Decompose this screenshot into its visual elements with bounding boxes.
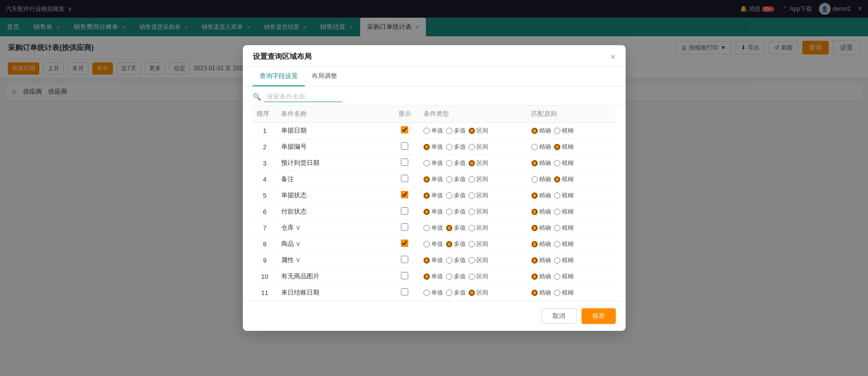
type-radio-多值[interactable] (446, 257, 452, 264)
type-radio-单值[interactable] (423, 225, 430, 231)
match-radio-精确[interactable] (531, 257, 538, 264)
type-radio-多值[interactable] (446, 225, 452, 231)
display-checkbox[interactable] (401, 240, 408, 247)
cell-display (390, 123, 420, 139)
type-radio-多值[interactable] (446, 160, 452, 166)
cell-order: 2 (253, 139, 277, 155)
type-radio-区间[interactable] (469, 273, 475, 275)
match-radio-精确[interactable] (531, 209, 538, 215)
dialog-tab-query[interactable]: 查询字段设置 (253, 67, 305, 86)
display-checkbox[interactable] (401, 207, 408, 215)
cell-type: 单值多值区间 (420, 123, 527, 139)
type-radio-区间[interactable] (469, 241, 475, 247)
type-radio-单值[interactable] (423, 144, 430, 150)
display-checkbox[interactable] (401, 272, 408, 274)
match-radio-模糊[interactable] (554, 225, 560, 231)
cell-display (390, 139, 420, 155)
col-display: 显示 (390, 106, 420, 123)
display-checkbox[interactable] (401, 126, 408, 134)
type-radio-多值[interactable] (446, 192, 452, 199)
type-radio-单值[interactable] (423, 257, 430, 264)
match-radio-精确[interactable] (531, 176, 538, 183)
match-radio-模糊[interactable] (554, 257, 560, 264)
cell-display (390, 252, 420, 269)
type-radio-单值[interactable] (423, 192, 430, 199)
match-radio-精确[interactable] (531, 241, 538, 247)
match-radio-精确[interactable] (531, 144, 538, 150)
match-radio-精确[interactable] (531, 160, 538, 166)
type-radio-区间[interactable] (469, 176, 475, 183)
cell-match: 精确模糊 (527, 269, 616, 275)
match-radio-精确[interactable] (531, 128, 538, 134)
cell-name: 备注 (277, 171, 390, 188)
match-radio-模糊[interactable] (554, 160, 560, 166)
dialog-tab-layout[interactable]: 布局调整 (305, 67, 344, 86)
type-radio-区间[interactable] (469, 209, 475, 215)
type-radio-单值[interactable] (423, 209, 430, 215)
type-radio-单值[interactable] (423, 128, 430, 134)
cell-order: 1 (253, 123, 277, 139)
cell-display (390, 220, 420, 236)
search-input[interactable] (264, 91, 342, 102)
cell-match: 精确模糊 (527, 204, 616, 220)
cell-type: 单值多值区间 (420, 236, 527, 252)
table-row: 5单据状态单值多值区间精确模糊 (253, 188, 616, 204)
dialog-close-btn[interactable]: × (610, 53, 616, 61)
cell-name: 属性 ∨ (277, 252, 390, 269)
type-radio-单值[interactable] (423, 273, 430, 275)
display-checkbox[interactable] (401, 159, 408, 166)
type-radio-多值[interactable] (446, 273, 452, 275)
type-radio-区间[interactable] (469, 160, 475, 166)
match-radio-精确[interactable] (531, 273, 538, 275)
dialog-table-wrap: 顺序 条件名称 显示 条件类型 匹配原则 1单据日期单值多值区间精确模糊2单据编… (243, 106, 626, 274)
type-radio-多值[interactable] (446, 128, 452, 134)
type-radio-多值[interactable] (446, 176, 452, 183)
settings-dialog: 设置查询区域布局 × 查询字段设置 布局调整 🔍 顺序 条件名称 显示 条件类型 (243, 45, 626, 274)
cell-type: 单值多值区间 (420, 204, 527, 220)
type-radio-区间[interactable] (469, 128, 475, 134)
type-radio-单值[interactable] (423, 176, 430, 183)
match-radio-精确[interactable] (531, 192, 538, 199)
cell-display (390, 269, 420, 275)
display-checkbox[interactable] (401, 256, 408, 263)
type-radio-多值[interactable] (446, 209, 452, 215)
cell-match: 精确模糊 (527, 155, 616, 171)
dialog-tabs: 查询字段设置 布局调整 (243, 67, 626, 86)
type-radio-单值[interactable] (423, 241, 430, 247)
type-radio-区间[interactable] (469, 257, 475, 264)
cell-name: 预计到货日期 (277, 155, 390, 171)
cell-name: 付款状态 (277, 204, 390, 220)
col-order: 顺序 (253, 106, 277, 123)
display-checkbox[interactable] (401, 223, 408, 231)
type-radio-多值[interactable] (446, 241, 452, 247)
type-radio-区间[interactable] (469, 192, 475, 199)
col-name: 条件名称 (277, 106, 390, 123)
match-radio-模糊[interactable] (554, 192, 560, 199)
cell-display (390, 155, 420, 171)
dialog-header: 设置查询区域布局 × (243, 45, 626, 67)
display-checkbox[interactable] (401, 191, 408, 198)
cell-name: 单据编号 (277, 139, 390, 155)
dialog-title: 设置查询区域布局 (253, 52, 312, 61)
type-radio-单值[interactable] (423, 160, 430, 166)
table-row: 6付款状态单值多值区间精确模糊 (253, 204, 616, 220)
display-checkbox[interactable] (401, 142, 408, 150)
display-checkbox[interactable] (401, 175, 408, 182)
dialog-search-bar: 🔍 (243, 86, 626, 106)
type-radio-区间[interactable] (469, 144, 475, 150)
match-radio-模糊[interactable] (554, 128, 560, 134)
type-radio-区间[interactable] (469, 225, 475, 231)
cell-name: 仓库 ∨ (277, 220, 390, 236)
type-radio-多值[interactable] (446, 144, 452, 150)
match-radio-模糊[interactable] (554, 209, 560, 215)
match-radio-模糊[interactable] (554, 273, 560, 275)
cell-type: 单值多值区间 (420, 155, 527, 171)
match-radio-模糊[interactable] (554, 144, 560, 150)
cell-display (390, 188, 420, 204)
table-header-row: 顺序 条件名称 显示 条件类型 匹配原则 (253, 106, 616, 123)
match-radio-模糊[interactable] (554, 241, 560, 247)
match-radio-精确[interactable] (531, 225, 538, 231)
match-radio-模糊[interactable] (554, 176, 560, 183)
cell-name: 单据状态 (277, 188, 390, 204)
table-row: 3预计到货日期单值多值区间精确模糊 (253, 155, 616, 171)
